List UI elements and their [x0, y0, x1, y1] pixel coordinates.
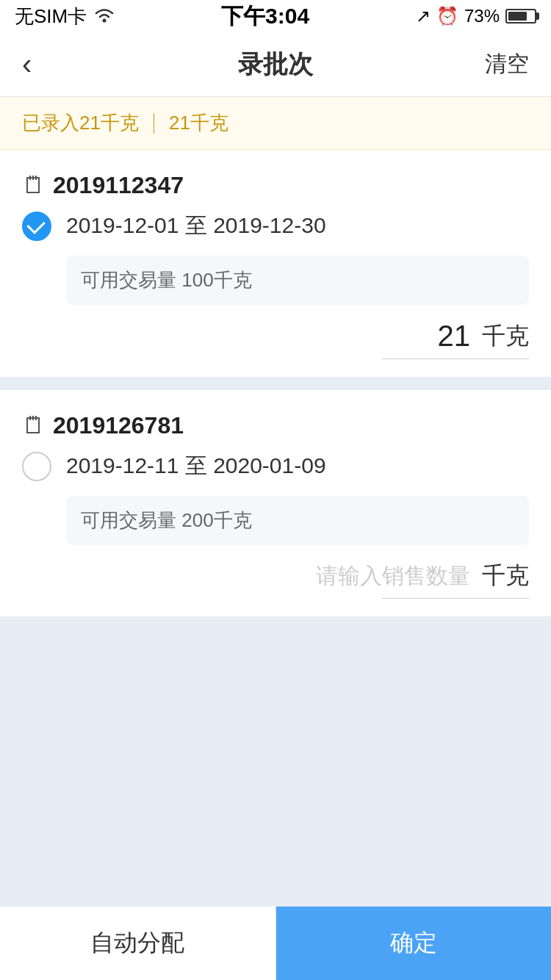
- batch2-input-placeholder: 请输入销售数量: [316, 561, 470, 591]
- recorded-amount-value: 21千克: [169, 110, 228, 136]
- batch2-header: 🗒 2019126781: [22, 412, 529, 439]
- wifi-icon: [94, 5, 115, 28]
- status-bar: 无SIM卡 下午3:04 ↗ ⏰ 73%: [0, 0, 551, 32]
- svg-point-0: [103, 18, 107, 22]
- batch1-quantity-unit: 千克: [482, 320, 529, 353]
- batch1-card: 🗒 2019112347 2019-12-01 至 2019-12-30 可用交…: [0, 150, 551, 305]
- batch1-header: 🗒 2019112347: [22, 172, 529, 199]
- auto-distribute-label: 自动分配: [90, 927, 184, 959]
- bottom-bar: 自动分配 确定: [0, 907, 551, 980]
- batch1-quantity-value: 21: [438, 320, 471, 353]
- batch2-input-row[interactable]: 请输入销售数量 千克: [0, 545, 551, 616]
- batch1-doc-icon: 🗒: [22, 172, 46, 199]
- info-divider: [154, 113, 154, 134]
- alarm-icon: ⏰: [436, 6, 458, 26]
- batch1-input-underline: [382, 359, 529, 359]
- empty-area: [0, 616, 551, 925]
- auto-distribute-button[interactable]: 自动分配: [0, 907, 276, 980]
- status-right: ↗ ⏰ 73%: [416, 6, 536, 26]
- batch2-id: 2019126781: [53, 412, 184, 439]
- batch2-date-range: 2019-12-11 至 2020-01-09: [66, 451, 326, 481]
- back-button[interactable]: ‹: [22, 48, 66, 81]
- batch1-availability: 可用交易量 100千克: [66, 256, 529, 305]
- batch2-input-underline: [382, 598, 529, 599]
- battery-percent: 73%: [464, 6, 500, 26]
- carrier-text: 无SIM卡: [15, 4, 87, 29]
- info-bar: 已录入21千克 21千克: [0, 97, 551, 150]
- nav-bar: ‹ 录批次 清空: [0, 32, 551, 97]
- batch2-doc-icon: 🗒: [22, 412, 46, 439]
- status-left: 无SIM卡: [15, 4, 115, 29]
- clear-button[interactable]: 清空: [485, 49, 529, 79]
- batch1-row: 2019-12-01 至 2019-12-30: [22, 211, 529, 241]
- confirm-button[interactable]: 确定: [276, 907, 552, 980]
- batch2-availability: 可用交易量 200千克: [66, 496, 529, 545]
- batch1-radio[interactable]: [22, 212, 51, 241]
- batch1-date-range: 2019-12-01 至 2019-12-30: [66, 211, 326, 241]
- section-divider: [0, 377, 551, 390]
- location-icon: ↗: [416, 6, 431, 26]
- batch2-radio[interactable]: [22, 452, 51, 481]
- page-title: 录批次: [238, 48, 313, 82]
- batch2-card: 🗒 2019126781 2019-12-11 至 2020-01-09 可用交…: [0, 390, 551, 545]
- batch1-id: 2019112347: [53, 172, 184, 199]
- recorded-amount-label: 已录入21千克: [22, 110, 139, 136]
- batch1-quantity-row: 21 千克: [0, 305, 551, 377]
- batch2-row: 2019-12-11 至 2020-01-09: [22, 451, 529, 481]
- battery-icon: [505, 9, 536, 24]
- confirm-label: 确定: [390, 927, 437, 959]
- time-display: 下午3:04: [221, 1, 309, 32]
- batch2-input-unit: 千克: [482, 560, 529, 592]
